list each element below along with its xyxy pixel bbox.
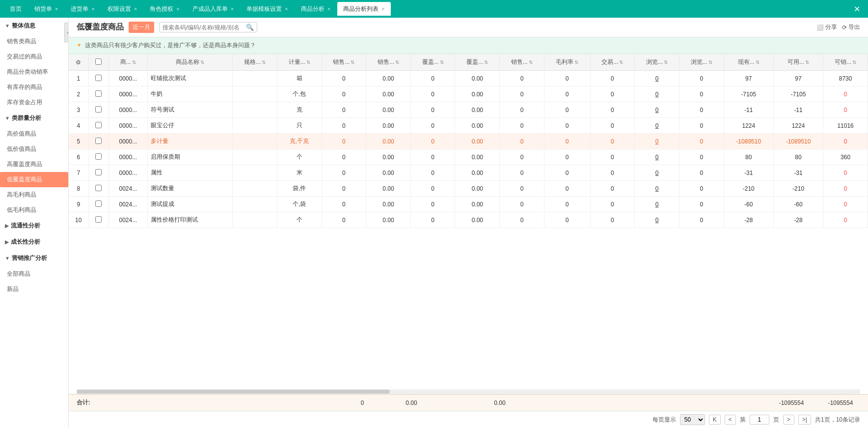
row-checkbox[interactable] bbox=[88, 71, 108, 86]
sidebar-item-high-coverage[interactable]: 高覆盖度商品 bbox=[0, 157, 68, 172]
sidebar-item-low-coverage[interactable]: 低覆盖度商品 bbox=[0, 172, 68, 187]
close-icon[interactable]: × bbox=[55, 6, 58, 12]
nav-tab-roles[interactable]: 角色授权 × bbox=[144, 2, 185, 16]
sidebar-section-flow-analysis[interactable]: ▶ 流通性分析 bbox=[0, 218, 68, 234]
col-sale1[interactable]: 销售...⇅ bbox=[322, 54, 366, 71]
sidebar-item-low-value[interactable]: 低价值商品 bbox=[0, 142, 68, 157]
col-spec[interactable]: 规格...⇅ bbox=[233, 54, 277, 71]
row-browse1[interactable]: 0 bbox=[635, 181, 679, 197]
col-cover1[interactable]: 覆盖...⇅ bbox=[410, 54, 455, 71]
row-browse1[interactable]: 0 bbox=[635, 86, 679, 102]
horizontal-scrollbar[interactable] bbox=[77, 389, 860, 394]
row-checkbox[interactable] bbox=[88, 149, 108, 165]
sidebar-item-all-goods[interactable]: 全部商品 bbox=[0, 266, 68, 282]
col-current[interactable]: 现有...⇅ bbox=[724, 54, 773, 71]
sidebar-item-in-stock[interactable]: 有库存的商品 bbox=[0, 80, 68, 95]
time-filter-button[interactable]: 近一月 bbox=[129, 22, 154, 33]
close-icon[interactable]: × bbox=[91, 6, 94, 12]
sidebar-item-traded-goods[interactable]: 交易过的商品 bbox=[0, 49, 68, 64]
nav-tab-product-entry[interactable]: 产成品入库单 × bbox=[187, 2, 240, 16]
col-gross[interactable]: 毛利率⇅ bbox=[544, 54, 590, 71]
row-checkbox[interactable] bbox=[88, 86, 108, 102]
row-code: 0000... bbox=[108, 86, 147, 102]
row-browse1[interactable]: 0 bbox=[635, 212, 679, 228]
col-settings[interactable]: ⚙ bbox=[69, 54, 88, 71]
share-button[interactable]: ⬜ 分享 bbox=[816, 23, 837, 31]
sidebar-item-stock-capital[interactable]: 库存资金占用 bbox=[0, 95, 68, 110]
row-name[interactable]: 测试数量 bbox=[147, 181, 232, 197]
nav-tab-home[interactable]: 首页 bbox=[4, 2, 27, 16]
close-icon[interactable]: × bbox=[327, 6, 330, 12]
row-browse1[interactable]: 0 bbox=[635, 134, 679, 149]
col-sale2[interactable]: 销售...⇅ bbox=[366, 54, 411, 71]
sidebar-section-general[interactable]: ▼ 整体信息 bbox=[0, 18, 68, 34]
row-browse1[interactable]: 0 bbox=[635, 165, 679, 181]
close-icon[interactable]: × bbox=[231, 6, 234, 12]
row-checkbox[interactable] bbox=[88, 118, 108, 134]
sidebar-collapse-button[interactable]: « bbox=[64, 23, 69, 42]
row-browse1[interactable]: 0 bbox=[635, 102, 679, 118]
col-cover2[interactable]: 覆盖...⇅ bbox=[455, 54, 500, 71]
sidebar-section-group-analysis[interactable]: ▼ 类群量分析 bbox=[0, 110, 68, 126]
page-size-select[interactable]: 50 10 20 100 bbox=[680, 414, 705, 425]
row-name[interactable]: 眼宝公仔 bbox=[147, 118, 232, 134]
nav-tab-sales[interactable]: 销货单 × bbox=[28, 2, 64, 16]
col-sale3[interactable]: 销售...⇅ bbox=[500, 54, 544, 71]
sidebar-item-category-rate[interactable]: 商品分类动销率 bbox=[0, 64, 68, 80]
row-browse1[interactable]: 0 bbox=[635, 149, 679, 165]
sidebar-section-marketing-analysis[interactable]: ▼ 营销推广分析 bbox=[0, 250, 68, 266]
close-icon[interactable]: × bbox=[381, 6, 384, 12]
nav-tab-template[interactable]: 单据模板设置 × bbox=[241, 2, 294, 16]
col-trans[interactable]: 交易...⇅ bbox=[590, 54, 635, 71]
sidebar-item-high-margin[interactable]: 高毛利商品 bbox=[0, 187, 68, 202]
search-input[interactable] bbox=[163, 24, 246, 31]
next-page-button[interactable]: > bbox=[783, 415, 794, 425]
row-name[interactable]: 属性价格打印测试 bbox=[147, 212, 232, 228]
current-page-input[interactable] bbox=[750, 415, 769, 425]
prev-page-button[interactable]: < bbox=[725, 415, 736, 425]
first-page-button[interactable]: K bbox=[709, 415, 721, 425]
table-footer: 合计: 0 0.00 0.00 -1095554 -1095554 bbox=[69, 394, 868, 411]
row-name[interactable]: 多计量 bbox=[147, 134, 232, 149]
nav-tab-purchase[interactable]: 进货单 × bbox=[65, 2, 100, 16]
col-browse2[interactable]: 浏览...⇅ bbox=[679, 54, 724, 71]
sidebar-item-high-value[interactable]: 高价值商品 bbox=[0, 126, 68, 142]
row-browse1[interactable]: 0 bbox=[635, 71, 679, 86]
row-name[interactable]: 符号测试 bbox=[147, 102, 232, 118]
row-browse1[interactable]: 0 bbox=[635, 118, 679, 134]
row-checkbox[interactable] bbox=[88, 197, 108, 212]
sidebar-item-low-margin[interactable]: 低毛利商品 bbox=[0, 202, 68, 218]
sidebar-item-new-goods[interactable]: 新品 bbox=[0, 282, 68, 297]
search-icon[interactable]: 🔍 bbox=[246, 24, 254, 31]
scrollbar-thumb[interactable] bbox=[77, 390, 390, 394]
close-icon[interactable]: × bbox=[176, 6, 179, 12]
sidebar-section-growth-analysis[interactable]: ▶ 成长性分析 bbox=[0, 234, 68, 250]
row-browse1[interactable]: 0 bbox=[635, 197, 679, 212]
row-name[interactable]: 旺辅批次测试 bbox=[147, 71, 232, 86]
col-browse1[interactable]: 浏览...⇅ bbox=[635, 54, 679, 71]
row-name[interactable]: 属性 bbox=[147, 165, 232, 181]
row-checkbox[interactable] bbox=[88, 134, 108, 149]
col-name[interactable]: 商品名称⇅ bbox=[147, 54, 232, 71]
row-name[interactable]: 牛奶 bbox=[147, 86, 232, 102]
row-checkbox[interactable] bbox=[88, 165, 108, 181]
export-button[interactable]: ⟳ 导出 bbox=[842, 23, 860, 31]
nav-tab-permissions[interactable]: 权限设置 × bbox=[102, 2, 143, 16]
row-checkbox[interactable] bbox=[88, 212, 108, 228]
row-checkbox[interactable] bbox=[88, 102, 108, 118]
close-icon[interactable]: × bbox=[285, 6, 288, 12]
close-icon[interactable]: × bbox=[134, 6, 137, 12]
row-checkbox[interactable] bbox=[88, 181, 108, 197]
window-close-button[interactable]: ✕ bbox=[850, 2, 864, 16]
col-sellable[interactable]: 可销...⇅ bbox=[823, 54, 868, 71]
nav-tab-product-analysis[interactable]: 商品分析 × bbox=[295, 2, 336, 16]
row-name[interactable]: 测试提成 bbox=[147, 197, 232, 212]
col-unit[interactable]: 计量...⇅ bbox=[277, 54, 322, 71]
nav-tab-product-analysis-list[interactable]: 商品分析列表 × bbox=[337, 2, 390, 16]
col-code[interactable]: 商...⇅ bbox=[108, 54, 147, 71]
col-avail[interactable]: 可用...⇅ bbox=[773, 54, 823, 71]
row-name[interactable]: 启用保质期 bbox=[147, 149, 232, 165]
last-page-button[interactable]: >| bbox=[798, 415, 811, 425]
sidebar-item-sales-goods[interactable]: 销售类商品 bbox=[0, 34, 68, 49]
select-all-checkbox[interactable] bbox=[95, 58, 102, 65]
